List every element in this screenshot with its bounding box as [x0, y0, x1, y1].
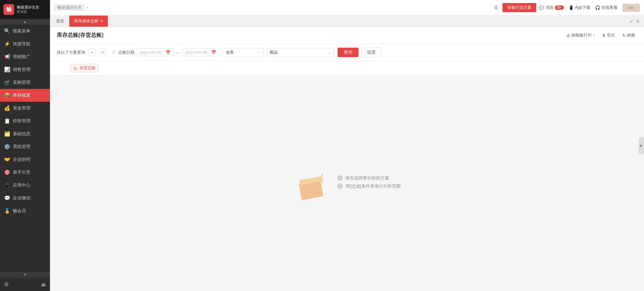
chip-label: 存货总账: [79, 65, 96, 71]
sidebar-item-purchase[interactable]: 🛒 采购管理: [0, 76, 50, 89]
sidebar-footer: ⚙ ⏏: [0, 277, 50, 291]
breadcrumb-arrow: ▾: [86, 5, 89, 10]
tab-close-icon[interactable]: ✕: [100, 19, 103, 23]
tabbar: 首页 库存成本总账 ✕ ⤢ ✕: [50, 16, 644, 27]
search-icon: 🔍: [4, 28, 10, 34]
online-service-btn[interactable]: 🎧 在线客服: [595, 5, 618, 10]
sidebar-item-inventory[interactable]: 📦 库存核算: [0, 89, 50, 102]
filter-scheme-label: 按以下方案查询: [57, 50, 85, 55]
warehouse-label: 仓库: [226, 50, 234, 55]
sidebar-item-guide[interactable]: 🎯 新手引导: [0, 166, 50, 179]
sidebar-item-label: 经营管理: [13, 118, 30, 124]
sidebar-scroll-down[interactable]: ▼: [0, 272, 50, 277]
tab-close-all-icon[interactable]: ✕: [636, 19, 640, 24]
query-btn[interactable]: 查询: [338, 48, 358, 57]
sidebar-item-marketing[interactable]: 📢 营销推广: [0, 50, 50, 63]
marketing-icon: 📢: [4, 54, 10, 60]
tab-inventory-label: 库存成本总账: [74, 18, 98, 24]
main-area: 畅捷通好生意 ▾ ⚙ 体验行业方案 💬 消息 99+ 📱 App下载 🎧 在线客…: [50, 0, 644, 291]
tab-inventory-ledger[interactable]: 库存成本总账 ✕: [69, 16, 108, 27]
sub-filter-row: ⊙ 存货总账: [50, 61, 644, 75]
sidebar: 畅 畅捷通好生意 标准版 ▲ 🔍 搜索菜单 ⚡ 快捷导航 📢 营销推广 📊 销售…: [0, 0, 50, 291]
svg-text:·: ·: [297, 177, 298, 180]
sidebar-item-label: 新手引导: [13, 169, 30, 175]
sidebar-item-search[interactable]: 🔍 搜索菜单: [0, 25, 50, 38]
sidebar-item-operation[interactable]: 📋 经营管理: [0, 115, 50, 127]
message-btn[interactable]: 💬 消息 99+: [539, 5, 564, 10]
sidebar-item-wechat[interactable]: 💬 企业微信: [0, 192, 50, 204]
sidebar-item-finance[interactable]: 💰 资金管理: [0, 102, 50, 115]
sub-filter-chip[interactable]: ⊙ 存货总账: [70, 64, 99, 72]
sidebar-item-label: 采购管理: [13, 79, 30, 86]
industry-btn[interactable]: 体验行业方案: [502, 3, 536, 12]
sidebar-item-apps[interactable]: 📱 应用中心: [0, 179, 50, 192]
goods-more-icon: ···: [328, 50, 331, 55]
refresh-icon: ↻: [622, 33, 626, 38]
sidebar-item-label: 资金管理: [13, 105, 30, 111]
calendar-end-icon[interactable]: 📅: [211, 50, 216, 55]
empty-svg: ✦ ·: [293, 166, 330, 203]
filter-bar: 按以下方案查询 + ⊙ 《 记账日期 yyyy-mm-dd 📅 — yyyy-m…: [50, 44, 644, 61]
message-label: 消息: [545, 5, 553, 10]
sidebar-item-label: 基础信息: [13, 131, 30, 137]
avatar[interactable]: Rit: [622, 4, 640, 12]
tab-expand-icon[interactable]: ⤢: [629, 19, 633, 24]
content-area: ✦ · 1 请先选择要分析的方案 2 用[过滤]条件来缩小分析范围: [50, 75, 644, 291]
user-name: Rit: [629, 6, 633, 10]
sidebar-item-sales[interactable]: 📊 销售管理: [0, 63, 50, 76]
member-icon: 🏅: [4, 208, 10, 214]
sidebar-item-label: 营销推广: [13, 54, 30, 60]
message-icon: 💬: [539, 5, 544, 10]
operation-icon: 📋: [4, 118, 10, 124]
date-start-input[interactable]: yyyy-mm-dd 📅: [137, 48, 174, 56]
lightning-icon: ⚡: [4, 41, 10, 47]
sidebar-item-label: 系统管理: [13, 144, 30, 150]
app-download-btn[interactable]: 📱 App下载: [569, 5, 590, 10]
logo-icon: 畅: [3, 4, 14, 15]
sidebar-item-label: 企业微信: [13, 195, 30, 201]
apps-icon: 📱: [4, 182, 10, 188]
sales-icon: 📊: [4, 67, 10, 73]
footer-audio-icon[interactable]: ⏏: [41, 281, 46, 288]
sidebar-item-label: 库存核算: [13, 92, 30, 98]
sidebar-item-quick-nav[interactable]: ⚡ 快捷导航: [0, 38, 50, 50]
sidebar-item-enterprise[interactable]: 🤝 企业协同: [0, 153, 50, 166]
online-service-label: 在线客服: [601, 5, 618, 10]
page-header: 库存总账(存货总账) 🖨 按模板打印 ▾ ⬆ 导出 ↻ 刷新: [50, 27, 644, 44]
sidebar-item-member[interactable]: 🏅 畅会员: [0, 204, 50, 217]
print-btn[interactable]: 🖨 按模板打印 ▾: [564, 31, 597, 40]
app-download-label: App下载: [575, 5, 590, 10]
message-badge: 99+: [555, 5, 564, 10]
sidebar-scroll-up[interactable]: ▲: [0, 19, 50, 25]
empty-hint-1: 1 请先选择要分析的方案: [337, 175, 400, 181]
right-panel-toggle[interactable]: ▶: [639, 137, 644, 154]
sidebar-item-label: 搜索菜单: [13, 28, 30, 34]
calendar-start-icon[interactable]: 📅: [166, 50, 171, 55]
breadcrumb-text: 畅捷通好生意: [54, 4, 85, 11]
sidebar-nav: 🔍 搜索菜单 ⚡ 快捷导航 📢 营销推广 📊 销售管理 🛒 采购管理 📦 库存核…: [0, 25, 50, 272]
print-arrow-icon: ▾: [593, 33, 595, 37]
warehouse-selector[interactable]: 仓库 ···: [223, 48, 263, 57]
filter-add-btn[interactable]: +: [89, 49, 96, 56]
export-btn[interactable]: ⬆ 导出: [600, 31, 617, 40]
filter-schema-btn[interactable]: ⊙: [99, 49, 107, 56]
hint-text-1: 请先选择要分析的方案: [345, 175, 389, 181]
footer-settings-icon[interactable]: ⚙: [4, 281, 9, 288]
sidebar-item-system[interactable]: ⚙️ 系统管理: [0, 140, 50, 153]
settings-filter-btn[interactable]: 设置: [362, 47, 381, 57]
filter-collapse-btn[interactable]: 《: [110, 49, 115, 55]
basic-icon: 🗂️: [4, 131, 10, 137]
empty-illustration: ✦ ·: [293, 166, 327, 200]
sidebar-item-label: 畅会员: [13, 208, 26, 214]
empty-hints: 1 请先选择要分析的方案 2 用[过滤]条件来缩小分析范围: [337, 175, 400, 191]
date-filter-label: 记账日期: [118, 50, 134, 55]
date-end-input[interactable]: yyyy-mm-dd 📅: [182, 48, 219, 56]
inventory-icon: 📦: [4, 92, 10, 98]
date-separator: —: [176, 50, 180, 55]
goods-selector[interactable]: 商品 ···: [267, 48, 334, 57]
refresh-btn[interactable]: ↻ 刷新: [620, 31, 637, 40]
tab-home[interactable]: 首页: [51, 16, 69, 27]
topbar-settings-icon[interactable]: ⚙: [492, 3, 500, 12]
sidebar-item-basic[interactable]: 🗂️ 基础信息: [0, 127, 50, 140]
sidebar-item-label: 销售管理: [13, 67, 30, 73]
